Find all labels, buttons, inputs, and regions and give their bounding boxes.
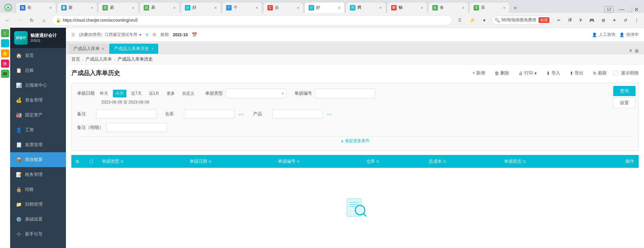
scissors-button[interactable]: ✂: [554, 17, 563, 24]
tab-close-3[interactable]: ×: [132, 6, 134, 10]
sidebar-item-report[interactable]: 📊 云报表中心: [10, 78, 66, 93]
product-input[interactable]: [272, 109, 323, 119]
date-btn-7days[interactable]: 近7天: [128, 90, 144, 97]
close-window-button[interactable]: ✕: [634, 6, 639, 13]
date-btn-yesterday[interactable]: 昨天: [97, 90, 111, 97]
minimize-button[interactable]: —: [619, 6, 624, 13]
tab-close-11[interactable]: ×: [462, 6, 464, 10]
date-btn-more[interactable]: 更多: [164, 90, 177, 97]
sort-icon-type[interactable]: ⇅: [121, 160, 123, 163]
browser-settings-button[interactable]: ↺: [621, 17, 630, 24]
page-tab-list-close[interactable]: ×: [102, 47, 104, 51]
lightning-button[interactable]: ⚡: [467, 16, 477, 25]
table-col-settings[interactable]: ⚙: [71, 155, 85, 168]
sidebar-item-home[interactable]: 🏠 首页: [10, 48, 66, 63]
panel-close-button[interactable]: ×: [629, 48, 632, 54]
table-col-check[interactable]: ☐: [85, 155, 97, 168]
sidebar-item-salary[interactable]: 👤 工资: [10, 122, 66, 137]
forward-button[interactable]: →: [15, 16, 24, 25]
maximize-button[interactable]: ⬜: [626, 7, 632, 12]
tab-close-6[interactable]: ×: [256, 6, 258, 10]
period-calendar-icon[interactable]: 📅: [192, 32, 197, 37]
sort-icon-number[interactable]: ⇅: [297, 160, 300, 163]
warehouse-more-button[interactable]: ···: [237, 111, 245, 118]
company-selector[interactable]: (勿删勿禁用）江西服宝测试专用 ▾: [79, 32, 141, 38]
breadcrumb-home[interactable]: 首页: [71, 56, 80, 62]
sort-icon-status[interactable]: ⇅: [523, 160, 526, 163]
tab-close-7[interactable]: ×: [297, 6, 299, 10]
browser-tab-3[interactable]: 易 易 ×: [98, 2, 139, 13]
sidebar-item-tax[interactable]: 📝 税务管理: [10, 167, 66, 182]
detail-remark-input[interactable]: [106, 123, 167, 132]
export-button[interactable]: ⬆ 导出: [567, 69, 586, 77]
browser-tab-4[interactable]: 易 易 ×: [139, 2, 180, 13]
import-button[interactable]: ⬇ 导入: [544, 69, 563, 77]
add-company-button[interactable]: +: [145, 32, 148, 38]
app-icon-star[interactable]: ⭐: [1, 49, 9, 58]
tab-close-12[interactable]: ×: [503, 6, 505, 10]
browser-tab-9[interactable]: 腾 腾 ×: [345, 2, 386, 13]
sidebar-item-close[interactable]: 🔒 结账: [10, 182, 66, 197]
sidebar-item-new-guide[interactable]: ➕ 新手引导: [10, 227, 66, 242]
url-dropdown-button[interactable]: ▾: [479, 16, 489, 25]
browser-menu-button[interactable]: ⋮: [632, 17, 641, 24]
browser-tab-8[interactable]: 好 好 ×: [304, 2, 345, 13]
warehouse-input[interactable]: [184, 109, 235, 119]
app-icon-mail[interactable]: ✉: [1, 70, 9, 78]
product-more-button[interactable]: ···: [326, 111, 333, 118]
sort-icon-warehouse[interactable]: ⇅: [376, 160, 379, 163]
browser-tab-11[interactable]: 各 各 ×: [428, 2, 469, 13]
browser-tab-12[interactable]: S 目 ×: [469, 2, 510, 13]
refresh-browser-button[interactable]: ↻: [27, 16, 37, 25]
app-icon-weibo[interactable]: 微: [1, 60, 9, 68]
tab-close-1[interactable]: ×: [50, 6, 52, 10]
sidebar-item-fixed[interactable]: 🏭 固定资产: [10, 108, 66, 122]
page-tab-list[interactable]: 产成品入库单 ×: [69, 44, 109, 54]
app-icon-cloud[interactable]: [1, 39, 9, 47]
translate-button[interactable]: 译: [565, 16, 575, 24]
date-btn-1month[interactable]: 近1月: [146, 90, 162, 97]
sort-icon-cost[interactable]: ⇅: [443, 160, 446, 163]
user-profile-button[interactable]: 👤 徐泽华: [619, 32, 639, 38]
date-btn-today[interactable]: 今天: [113, 90, 126, 97]
page-tab-history[interactable]: 产成品入库单历史 ×: [109, 44, 158, 54]
home-browser-button[interactable]: ⌂: [39, 16, 49, 25]
tab-close-10[interactable]: ×: [421, 6, 423, 10]
sidebar-item-fund[interactable]: 💰 资金管理: [10, 93, 66, 108]
new-tab-button[interactable]: +: [510, 3, 520, 13]
sidebar-item-ledger[interactable]: 📋 总账: [10, 63, 66, 78]
refresh-button[interactable]: ↻ 刷新: [590, 69, 610, 77]
browser-tab-5[interactable]: 好 好 ×: [181, 2, 221, 13]
sidebar-item-archive[interactable]: 📁 归档管理: [10, 197, 66, 212]
sidebar-item-inventory[interactable]: 📦 库存核算: [10, 152, 66, 167]
grid-button[interactable]: ⊞: [599, 17, 608, 24]
tab-close-2[interactable]: ×: [91, 6, 93, 10]
print-button[interactable]: 🖨 打印 ▾: [516, 69, 540, 77]
sidebar-item-settings[interactable]: ⚙️ 基础设置: [10, 212, 66, 227]
app-icon-chanjet[interactable]: C: [1, 29, 9, 37]
number-input[interactable]: [315, 89, 376, 98]
query-button-overlay[interactable]: 查询: [613, 86, 636, 96]
tab-close-9[interactable]: ×: [380, 6, 382, 10]
tab-close-8[interactable]: ×: [338, 6, 340, 10]
collapse-bar[interactable]: ∧ 收起更多条件: [77, 136, 633, 145]
add-button[interactable]: + 新增: [470, 69, 488, 77]
sort-icon-date[interactable]: ⇅: [209, 160, 211, 163]
search-bar[interactable]: 🔍 360智能抠图免费用 热搜: [492, 16, 552, 25]
browser-tab-10[interactable]: M 畅 ×: [387, 2, 427, 13]
currency-button[interactable]: ¥: [577, 17, 585, 24]
browser-tab-7[interactable]: C 企 ×: [263, 2, 304, 13]
type-input[interactable]: [225, 89, 286, 98]
tab-close-5[interactable]: ×: [215, 6, 217, 10]
panel-expand-button[interactable]: ⊞: [635, 48, 639, 53]
customer-service-button[interactable]: 👤 人工咨询: [592, 32, 615, 38]
tab-close-4[interactable]: ×: [173, 6, 175, 10]
breadcrumb-list[interactable]: 产成品入库单: [86, 56, 112, 62]
url-bar[interactable]: 🔒 https://cloud.chanjet.com/accounting/u…: [51, 15, 452, 25]
game-button[interactable]: 🎮: [587, 17, 597, 24]
browser-tab-2[interactable]: 新 新 ×: [57, 2, 97, 13]
settings-button-overlay[interactable]: 设置: [613, 97, 636, 108]
company-settings-button[interactable]: ⚙: [152, 32, 157, 37]
delete-button[interactable]: 🗑 删除: [492, 69, 512, 77]
back-button[interactable]: ←: [3, 16, 12, 25]
